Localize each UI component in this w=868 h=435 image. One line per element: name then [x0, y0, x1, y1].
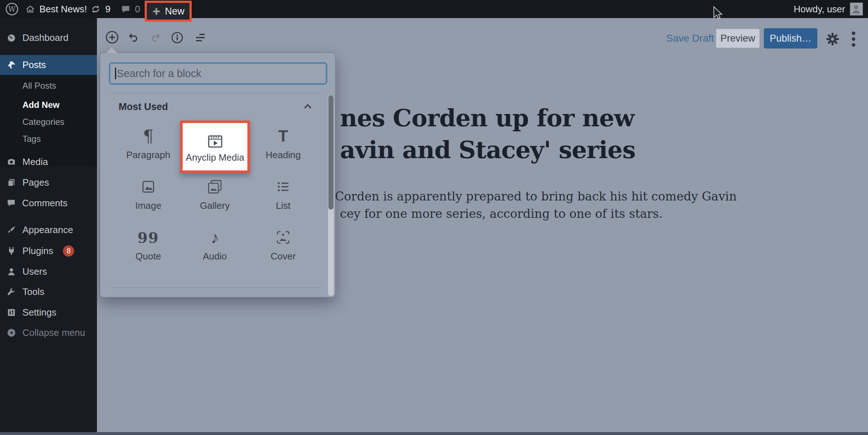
- image-icon: [140, 173, 156, 200]
- home-icon: [25, 4, 35, 14]
- avatar: [850, 3, 863, 16]
- block-tile-quote[interactable]: 99 Quote: [114, 224, 183, 271]
- settings-gear-button[interactable]: [825, 32, 840, 46]
- undo-button[interactable]: [127, 31, 139, 43]
- window-bottom-edge: [0, 432, 868, 435]
- account-menu[interactable]: Howdy, user: [793, 0, 863, 18]
- dashboard-icon: [7, 33, 16, 43]
- anyclip-media-icon: [207, 131, 224, 152]
- sidebar-item-posts-active[interactable]: Posts: [0, 55, 97, 75]
- sidebar-item-dashboard[interactable]: Dashboard: [0, 28, 97, 47]
- block-tile-image[interactable]: Image: [114, 173, 183, 220]
- sidebar-label: Posts: [22, 59, 46, 71]
- wordpress-logo-menu[interactable]: W: [5, 0, 19, 18]
- submenu-tags[interactable]: Tags: [0, 133, 97, 145]
- save-draft-link[interactable]: Save Draft: [666, 33, 714, 44]
- block-tile-anyclip-media-highlighted[interactable]: Anyclip Media: [180, 121, 250, 173]
- plugins-update-badge: 8: [63, 245, 74, 257]
- sidebar-label: Dashboard: [22, 32, 68, 43]
- collapse-section-chevron-up-icon[interactable]: [303, 104, 312, 109]
- mouse-cursor: [712, 6, 723, 20]
- site-name: Best News!: [39, 4, 87, 15]
- paragraph-icon: ¶: [143, 123, 153, 149]
- updates-count: 9: [105, 4, 110, 15]
- comment-icon: [7, 198, 16, 208]
- block-tile-gallery[interactable]: Gallery: [180, 173, 249, 220]
- post-body-line[interactable]: cey for one more series, according to on…: [340, 207, 663, 221]
- sidebar-item-users[interactable]: Users: [0, 262, 97, 281]
- new-button-highlight[interactable]: New: [145, 1, 192, 22]
- collapse-menu-button[interactable]: Collapse menu: [0, 323, 97, 342]
- submenu-categories[interactable]: Categories: [0, 116, 97, 128]
- howdy-text: Howdy, user: [793, 4, 845, 15]
- pushpin-icon: [7, 60, 16, 70]
- wordpress-logo-icon: W: [5, 2, 19, 16]
- sidebar-item-appearance[interactable]: Appearance: [0, 220, 97, 239]
- users-icon: [7, 267, 16, 276]
- comments-count: 0: [135, 4, 140, 15]
- site-link[interactable]: Best News!: [25, 0, 87, 18]
- comment-bubble-icon: [121, 4, 131, 14]
- sidebar-item-plugins[interactable]: Plugins 8: [0, 241, 97, 260]
- publish-button[interactable]: Publish…: [764, 28, 817, 48]
- popup-scrollbar-track[interactable]: [328, 95, 334, 296]
- sidebar-item-tools[interactable]: Tools: [0, 282, 97, 301]
- updates-link[interactable]: 9: [90, 0, 110, 18]
- block-inserter-button[interactable]: [105, 30, 119, 44]
- section-title: Most Used: [119, 101, 168, 113]
- block-tile-paragraph[interactable]: ¶ Paragraph: [114, 123, 183, 170]
- block-tile-list[interactable]: List: [249, 173, 318, 220]
- admin-bar: W Best News! 9 0: [0, 0, 868, 18]
- media-icon: [7, 157, 16, 167]
- tools-icon: [7, 287, 16, 297]
- pages-icon: [7, 178, 16, 187]
- admin-sidebar: Dashboard Posts All Posts Add New Catego…: [0, 18, 97, 432]
- content-structure-button[interactable]: [171, 31, 184, 44]
- post-title-text[interactable]: nes Corden up for new avin and Stacey' s…: [340, 102, 635, 166]
- block-search-input[interactable]: [109, 62, 327, 85]
- block-navigation-button[interactable]: [195, 33, 206, 43]
- block-tile-heading[interactable]: T Heading: [249, 123, 318, 170]
- collapse-icon: [7, 328, 16, 338]
- new-button-label: New: [165, 6, 184, 17]
- divider: [109, 287, 322, 288]
- redo-button[interactable]: [150, 31, 162, 43]
- popup-scrollbar-thumb[interactable]: [328, 95, 333, 210]
- block-inserter-popup: Most Used ¶ Paragraph Anyclip Media: [100, 52, 336, 297]
- sidebar-item-media[interactable]: Media: [0, 152, 97, 171]
- plugin-icon: [7, 246, 16, 256]
- updates-icon: [90, 4, 101, 14]
- post-body-line[interactable]: Corden is apparently prepared to bring b…: [335, 189, 737, 203]
- list-icon: [275, 173, 291, 200]
- comments-link[interactable]: 0: [121, 0, 140, 18]
- appearance-icon: [7, 225, 16, 235]
- preview-button[interactable]: Preview: [715, 28, 760, 48]
- cover-icon: [275, 224, 291, 251]
- popup-pointer-arrow: [106, 47, 117, 53]
- more-options-button[interactable]: [851, 31, 856, 47]
- plus-icon: [152, 7, 161, 16]
- submenu-all-posts[interactable]: All Posts: [0, 80, 97, 92]
- divider: [109, 93, 322, 93]
- block-tile-audio[interactable]: ♪ Audio: [180, 224, 249, 271]
- quote-icon: 99: [137, 224, 159, 251]
- audio-icon: ♪: [211, 224, 219, 251]
- sidebar-item-comments[interactable]: Comments: [0, 194, 97, 212]
- settings-icon: [7, 308, 16, 317]
- sidebar-item-pages[interactable]: Pages: [0, 173, 97, 192]
- gallery-icon: [207, 173, 223, 200]
- wordpress-editor-screen: W Best News! 9 0: [0, 0, 868, 435]
- text-caret: [115, 68, 116, 79]
- submenu-add-new[interactable]: Add New: [0, 99, 97, 111]
- heading-icon: T: [278, 123, 288, 149]
- sidebar-item-settings[interactable]: Settings: [0, 303, 97, 322]
- svg-text:W: W: [8, 5, 16, 13]
- block-tile-cover[interactable]: Cover: [249, 224, 318, 271]
